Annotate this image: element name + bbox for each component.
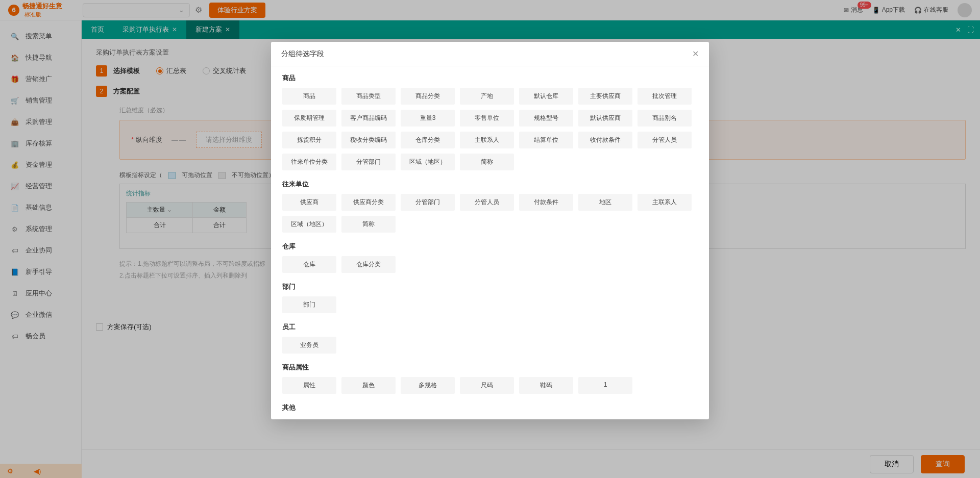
field-group: 往来单位供应商供应商分类分管部门分管人员付款条件地区主联系人区域（地区）简称 [282, 180, 698, 233]
field-chip[interactable]: 保质期管理 [282, 110, 336, 127]
field-chip[interactable]: 仓库分类 [341, 256, 396, 273]
field-chip[interactable]: 区域（地区） [401, 154, 455, 170]
field-chip[interactable]: 分管人员 [460, 194, 514, 211]
field-chip[interactable]: 分管部门 [341, 154, 396, 170]
field-chip[interactable]: 主联系人 [460, 132, 514, 148]
field-chip-list: 部门 [282, 296, 698, 313]
field-chip[interactable]: 分管部门 [401, 194, 455, 211]
field-chip[interactable]: 商品别名 [638, 110, 692, 127]
field-group-title: 部门 [282, 282, 698, 291]
field-chip[interactable]: 默认仓库 [519, 88, 573, 105]
field-chip[interactable]: 业务员 [282, 337, 336, 354]
field-chip[interactable]: 规格型号 [519, 110, 573, 127]
field-chip-list: 业务员 [282, 337, 698, 354]
field-chip[interactable]: 商品分类 [401, 88, 455, 105]
field-group-title: 商品属性 [282, 363, 698, 372]
field-chip-list: 商品商品类型商品分类产地默认仓库主要供应商批次管理保质期管理客户商品编码重量3零… [282, 88, 698, 170]
field-chip[interactable]: 往来单位分类 [282, 154, 336, 170]
field-chip-list: 仓库仓库分类 [282, 256, 698, 273]
field-chip[interactable]: 属性 [282, 377, 336, 394]
field-group: 仓库仓库仓库分类 [282, 242, 698, 273]
field-chip[interactable]: 结算单位 [519, 132, 573, 148]
field-chip[interactable]: 主要供应商 [578, 88, 632, 105]
field-chip[interactable]: 客户商品编码 [341, 110, 396, 127]
field-chip[interactable]: 拣货积分 [282, 132, 336, 148]
field-chip[interactable]: 商品类型 [341, 88, 396, 105]
field-group: 商品商品商品类型商品分类产地默认仓库主要供应商批次管理保质期管理客户商品编码重量… [282, 73, 698, 170]
field-chip[interactable]: 多规格 [401, 377, 455, 394]
field-chip[interactable]: 简称 [341, 216, 396, 233]
field-chip[interactable]: 简称 [460, 154, 514, 170]
field-chip[interactable]: 1 [578, 377, 632, 394]
modal-header: 分组待选字段 ✕ [271, 42, 709, 66]
app-root: 6 畅捷通好生意 标准版 ⌄ ⚙ 体验行业方案 ✉ 消息 99+ 📱 App下载… [0, 0, 980, 478]
field-chip[interactable]: 产地 [460, 88, 514, 105]
field-group-title: 员工 [282, 322, 698, 332]
field-chip[interactable]: 收付款条件 [578, 132, 632, 148]
field-group: 商品属性属性颜色多规格尺码鞋码1 [282, 363, 698, 394]
field-chip[interactable]: 税收分类编码 [341, 132, 396, 148]
field-chip-list: 属性颜色多规格尺码鞋码1 [282, 377, 698, 394]
field-group: 其他 [282, 403, 698, 417]
field-chip[interactable]: 付款条件 [519, 194, 573, 211]
field-group-title: 商品 [282, 73, 698, 83]
field-group: 部门部门 [282, 282, 698, 313]
field-chip[interactable]: 地区 [578, 194, 632, 211]
field-chip-list: 供应商供应商分类分管部门分管人员付款条件地区主联系人区域（地区）简称 [282, 194, 698, 233]
field-group: 员工业务员 [282, 322, 698, 354]
field-chip[interactable]: 主联系人 [638, 194, 692, 211]
field-chip[interactable]: 鞋码 [519, 377, 573, 394]
field-picker-modal: 分组待选字段 ✕ 商品商品商品类型商品分类产地默认仓库主要供应商批次管理保质期管… [271, 42, 709, 419]
field-chip[interactable]: 零售单位 [460, 110, 514, 127]
field-chip[interactable]: 供应商 [282, 194, 336, 211]
modal-body[interactable]: 商品商品商品类型商品分类产地默认仓库主要供应商批次管理保质期管理客户商品编码重量… [271, 66, 709, 419]
field-chip[interactable]: 仓库 [282, 256, 336, 273]
field-chip[interactable]: 分管人员 [638, 132, 692, 148]
field-chip[interactable]: 颜色 [341, 377, 396, 394]
field-chip[interactable]: 商品 [282, 88, 336, 105]
field-chip[interactable]: 供应商分类 [341, 194, 396, 211]
field-chip[interactable]: 批次管理 [638, 88, 692, 105]
field-chip[interactable]: 默认供应商 [578, 110, 632, 127]
modal-title: 分组待选字段 [281, 49, 324, 59]
field-group-title: 其他 [282, 403, 698, 412]
field-chip[interactable]: 部门 [282, 296, 336, 313]
field-group-title: 往来单位 [282, 180, 698, 189]
field-chip[interactable]: 区域（地区） [282, 216, 336, 233]
field-chip[interactable]: 重量3 [401, 110, 455, 127]
field-chip[interactable]: 仓库分类 [401, 132, 455, 148]
field-group-title: 仓库 [282, 242, 698, 251]
field-chip[interactable]: 尺码 [460, 377, 514, 394]
close-icon[interactable]: ✕ [692, 49, 699, 59]
